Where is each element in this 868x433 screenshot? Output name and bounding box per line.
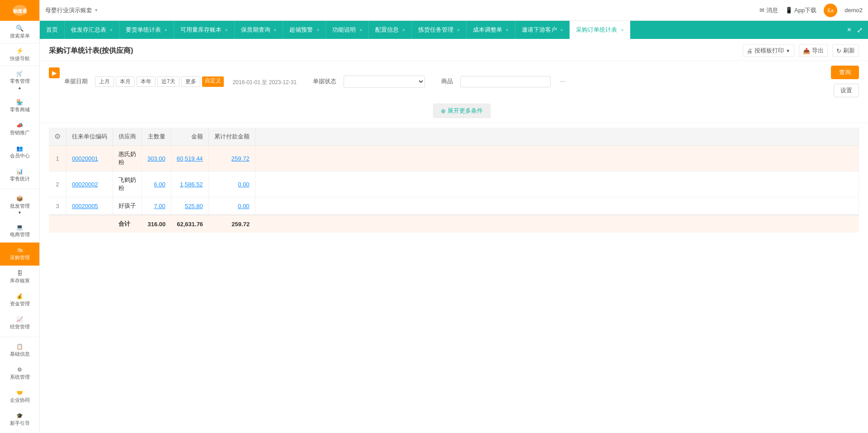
tab-cost-adjust[interactable]: 成本调整单 × (467, 21, 515, 39)
tab-close-invite-downstream[interactable]: × (561, 28, 563, 33)
sidebar-item-enterprise[interactable]: 🤝 企业协同 (0, 385, 39, 408)
sidebar-item-marketing[interactable]: 📣 营销推广 (0, 118, 39, 141)
row-2-code[interactable]: 00020002 (66, 171, 113, 197)
workspace-selector[interactable]: 母婴行业演示账套 ▼ (45, 6, 756, 14)
more-date-btn[interactable]: 更多 (181, 76, 200, 87)
workspace-dropdown-icon[interactable]: ▼ (94, 8, 99, 13)
sidebar-item-retail-stats[interactable]: 📊 零售统计 (0, 164, 39, 187)
tab-inventory-ledger[interactable]: 可用量库存账本 × (174, 21, 235, 39)
row-2-qty[interactable]: 6.00 (142, 171, 171, 197)
refresh-button[interactable]: ↻ 刷新 (832, 44, 859, 57)
sidebar-item-wholesale[interactable]: 📦 批发管理 ▼ (0, 191, 39, 219)
tab-close-inventory-ledger[interactable]: × (225, 28, 228, 33)
row-1-code[interactable]: 00020001 (66, 146, 113, 171)
nav-tabs-end: × ⤢ (845, 24, 868, 36)
nav-tabs: 首页 收发存汇总表 × 要货单统计表 × 可用量库存账本 × 保质期查询 × 超… (40, 21, 868, 39)
sidebar-item-purchase[interactable]: 🛍 采购管理 (0, 243, 39, 266)
row-2-supplier: 飞鹤奶粉 (113, 171, 142, 197)
expand-tab-button[interactable]: ⤢ (855, 24, 864, 36)
shop-icon: 🏪 (16, 99, 23, 105)
row-1-amount[interactable]: 60,519.44 (171, 146, 208, 171)
print-icon: 🖨 (747, 48, 753, 54)
tab-close-order-summary[interactable]: × (165, 28, 167, 33)
settings-button[interactable]: 设置 (834, 84, 859, 97)
this-month-btn[interactable]: 本月 (116, 76, 135, 87)
footer-label: 合计 (113, 215, 142, 233)
row-1-paid[interactable]: 259.72 (208, 146, 255, 171)
date-filter-label: 单据日期 (64, 77, 88, 86)
tab-warranty-query[interactable]: 保质期查询 × (235, 21, 283, 39)
sidebar-shortcut[interactable]: ⚡ 快捷导航 (0, 43, 39, 66)
workspace-name: 母婴行业演示账套 (45, 6, 92, 14)
custom-date-badge[interactable]: 自定义 (202, 76, 224, 87)
tab-order-summary[interactable]: 要货单统计表 × (119, 21, 174, 39)
toggle-filter-button[interactable]: ▶ (49, 67, 60, 78)
status-filter-select[interactable] (344, 76, 425, 88)
row-3-paid[interactable]: 0.00 (208, 197, 255, 215)
close-tab-button[interactable]: × (845, 24, 853, 36)
tab-purchase-summary[interactable]: 采购订单统计表 × (570, 21, 630, 39)
sidebar-item-retail-shop[interactable]: 🏪 零售商城 (0, 95, 39, 118)
app-logo[interactable]: 畅捷通 (0, 0, 39, 21)
sidebar-item-newbie[interactable]: 🎓 新手引导 (0, 408, 39, 431)
sidebar-item-ecommerce[interactable]: 💻 电商管理 (0, 219, 39, 243)
tab-close-function-desc[interactable]: × (359, 28, 362, 33)
last-7-days-btn[interactable]: 近7天 (157, 76, 179, 87)
arrow-icon: ▲ (18, 86, 22, 90)
sidebar-item-retail[interactable]: 🛒 零售管理 ▲ (0, 66, 39, 95)
print-button[interactable]: 🖨 按模板打印 ▼ (743, 44, 794, 57)
shortcut-icon: ⚡ (2, 47, 38, 54)
row-3-qty[interactable]: 7.00 (142, 197, 171, 215)
message-button[interactable]: ✉ 消息 (760, 6, 778, 14)
tab-collect-summary[interactable]: 收发存汇总表 × (65, 21, 119, 39)
column-supplier: 供应商 (113, 128, 142, 146)
sidebar-item-operations[interactable]: 📈 经营管理 (0, 312, 39, 335)
row-3-code[interactable]: 00020005 (66, 197, 113, 215)
tab-close-cost-adjust[interactable]: × (506, 28, 509, 33)
query-button[interactable]: 查询 (831, 66, 859, 79)
row-3-amount[interactable]: 525.80 (171, 197, 208, 215)
goods-more-icon[interactable]: ··· (558, 77, 567, 86)
tab-pick-task[interactable]: 拣货任务管理 × (412, 21, 467, 39)
sidebar-item-basics[interactable]: 📋 基础信息 (0, 339, 39, 362)
row-3-extra (255, 197, 859, 215)
column-gear: ⚙ (49, 128, 66, 146)
export-button[interactable]: 📤 导出 (799, 44, 828, 57)
page-header-actions: 🖨 按模板打印 ▼ 📤 导出 ↻ 刷新 (743, 44, 859, 57)
row-2-paid[interactable]: 0.00 (208, 171, 255, 197)
tab-close-pick-task[interactable]: × (457, 28, 460, 33)
tab-close-purchase-summary[interactable]: × (621, 28, 623, 33)
app-download-button[interactable]: 📱 App下载 (785, 6, 816, 14)
sidebar-search[interactable]: 🔍 搜索菜单 (0, 21, 39, 43)
purchase-icon: 🛍 (17, 247, 23, 253)
wholesale-icon: 📦 (16, 195, 23, 202)
topbar: 母婴行业演示账套 ▼ ✉ 消息 📱 App下载 Ea demo2 (40, 0, 868, 21)
tab-close-overstock-warning[interactable]: × (316, 28, 319, 33)
tab-home[interactable]: 首页 (40, 21, 65, 39)
tab-overstock-warning[interactable]: 超储预警 × (283, 21, 326, 39)
sidebar-item-finance[interactable]: 💰 资金管理 (0, 289, 39, 312)
row-2-amount[interactable]: 1,586.52 (171, 171, 208, 197)
expand-more-conditions-btn[interactable]: ⊕ 展开更多条件 (433, 104, 491, 118)
sidebar-item-app-center[interactable]: 🧩 应用中心 (0, 431, 39, 433)
tab-config-info[interactable]: 配置信息 × (369, 21, 412, 39)
last-month-btn[interactable]: 上月 (95, 76, 114, 87)
tab-invite-downstream[interactable]: 邀请下游客户 × (515, 21, 570, 39)
row-1-qty[interactable]: 303.00 (142, 146, 171, 171)
username-label[interactable]: demo2 (844, 7, 863, 14)
tab-close-collect-summary[interactable]: × (110, 28, 113, 33)
footer-amount: 62,631.76 (171, 215, 208, 233)
user-avatar[interactable]: Ea (824, 4, 837, 17)
table-gear-icon[interactable]: ⚙ (54, 133, 61, 140)
sidebar-item-inventory[interactable]: 🗄 库存核算 (0, 266, 39, 289)
footer-paid: 259.72 (208, 215, 255, 233)
basics-icon: 📋 (16, 343, 23, 350)
sidebar-item-system[interactable]: ⚙ 系统管理 (0, 362, 39, 385)
members-icon: 👥 (16, 145, 23, 152)
tab-close-config-info[interactable]: × (402, 28, 405, 33)
goods-filter-input[interactable] (460, 76, 551, 87)
tab-function-desc[interactable]: 功能说明 × (326, 21, 369, 39)
sidebar-item-members[interactable]: 👥 会员中心 (0, 141, 39, 164)
tab-close-warranty-query[interactable]: × (274, 28, 277, 33)
this-year-btn[interactable]: 本年 (137, 76, 156, 87)
